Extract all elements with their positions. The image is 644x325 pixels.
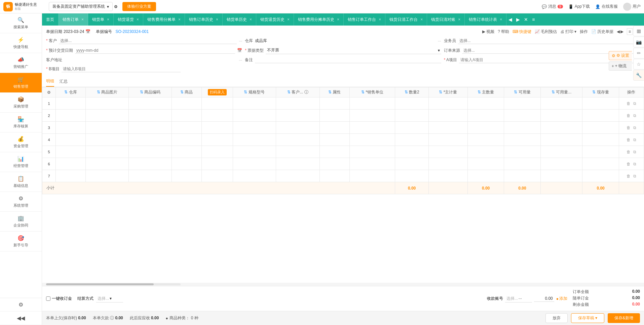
- user-btn[interactable]: 用户: [623, 3, 641, 11]
- scrollbar-track[interactable]: [46, 283, 181, 285]
- tab-prev-btn[interactable]: ◀: [506, 13, 514, 26]
- next-record-btn[interactable]: ▶: [620, 29, 623, 34]
- list-view-btn[interactable]: ≡: [627, 28, 633, 35]
- copy-icon[interactable]: ⧉: [633, 125, 636, 130]
- system-selector[interactable]: 装备及固定资产辅助管理系统 ▾: [49, 2, 113, 11]
- th-settings[interactable]: ⚙: [42, 87, 56, 97]
- tab-sales-order[interactable]: 销售订单 ×: [59, 13, 88, 26]
- warehouse-more-icon[interactable]: ···: [438, 39, 441, 43]
- row-qty2-1[interactable]: [395, 97, 429, 110]
- row-warehouse-1[interactable]: [56, 97, 86, 110]
- th-main-unit[interactable]: ⇅ *主计量: [428, 87, 467, 97]
- tab-menu-btn[interactable]: ≡: [530, 13, 537, 26]
- tab-home[interactable]: 首页: [42, 13, 59, 26]
- sidebar-item-marketing[interactable]: 📣 营销推广: [0, 53, 42, 73]
- one-click-deposit-checkbox[interactable]: [46, 296, 50, 301]
- row-attr-1[interactable]: [319, 97, 349, 110]
- tab-close-icon[interactable]: ×: [337, 17, 339, 22]
- history-btn[interactable]: 📄 历史单据: [591, 29, 613, 35]
- tab-close-icon[interactable]: ×: [107, 17, 109, 22]
- b-project-input[interactable]: [62, 66, 181, 72]
- th-available2[interactable]: ⇅ 可用量...: [540, 87, 582, 97]
- prev-record-btn[interactable]: ◀: [617, 29, 620, 34]
- delete-icon[interactable]: 🗑: [627, 162, 631, 166]
- row-spec-1[interactable]: [233, 97, 276, 110]
- sidebar-item-sales[interactable]: 🛒 销售管理: [0, 73, 42, 93]
- sidebar-item-operations[interactable]: 📊 经营管理: [0, 152, 42, 172]
- app-download-btn[interactable]: 📱 App下载: [568, 4, 590, 9]
- sidebar-item-quick-nav[interactable]: ⚡ 快捷导航: [0, 33, 42, 53]
- th-sales-unit[interactable]: ⇅ *销售单位: [349, 87, 395, 97]
- add-payment-btn[interactable]: ● 添加: [556, 296, 567, 301]
- copy-icon[interactable]: ⧉: [633, 174, 636, 178]
- sidebar-collapse-btn[interactable]: ◀◀: [0, 312, 42, 325]
- customer-more-icon[interactable]: ···: [239, 39, 242, 43]
- copy-icon[interactable]: ⧉: [633, 137, 636, 142]
- row-unit-1[interactable]: [349, 97, 395, 110]
- payment-method-select[interactable]: 选择... ▾: [96, 295, 123, 302]
- th-attributes[interactable]: ⇅ 属性: [319, 87, 349, 97]
- invoice-select[interactable]: 不开票 ▾: [266, 47, 441, 54]
- save-new-btn[interactable]: 保存&新增: [608, 313, 640, 323]
- sidebar-settings-btn[interactable]: ⚙: [0, 298, 42, 312]
- th-stock[interactable]: ⇅ 现存量: [582, 87, 619, 97]
- calendar2-icon[interactable]: 📅: [237, 48, 242, 53]
- payment-amount[interactable]: 0.00: [534, 295, 554, 302]
- tab-summary[interactable]: 汇总: [60, 77, 68, 86]
- th-product-name[interactable]: ⇅ 商品: [172, 87, 201, 97]
- tab-daily-clear[interactable]: 钱货日清工作台 ×: [385, 13, 427, 26]
- th-main-qty[interactable]: ⇅ 主数量: [467, 87, 504, 97]
- delete-icon[interactable]: 🗑: [627, 150, 631, 154]
- tab-order-workbench[interactable]: 销售订单工作台 ×: [344, 13, 385, 26]
- industry-btn[interactable]: 体验行业方案: [122, 2, 156, 11]
- delete-icon[interactable]: 🗑: [627, 174, 631, 178]
- delete-icon[interactable]: 🗑: [627, 101, 631, 106]
- delivery-input[interactable]: [75, 47, 235, 54]
- save-draft-btn[interactable]: 保存草稿 ▾: [571, 313, 604, 323]
- account-select[interactable]: 选择... ···: [505, 295, 532, 302]
- tab-order-history[interactable]: 销售订单历史 ×: [185, 13, 223, 26]
- tab-expense-history[interactable]: 销售费用分摊单历史 ×: [294, 13, 344, 26]
- profit-btn[interactable]: 📈 毛利预估: [535, 29, 557, 35]
- sidebar-item-guide[interactable]: 🎯 新手引导: [0, 232, 42, 251]
- print-btn[interactable]: 🖨 打印 ▾: [560, 29, 576, 35]
- th-qty2[interactable]: ⇅ 数量2: [395, 87, 429, 97]
- right-btn-grid[interactable]: ▦: [633, 26, 644, 36]
- discard-btn[interactable]: 放弃: [545, 313, 568, 323]
- tab-close-icon[interactable]: ×: [458, 17, 460, 22]
- tab-close-icon[interactable]: ×: [287, 17, 290, 22]
- row-main-qty-1[interactable]: [467, 97, 504, 110]
- tab-close-all-btn[interactable]: ✕: [522, 13, 530, 26]
- delete-icon[interactable]: 🗑: [627, 137, 631, 142]
- tab-close-icon[interactable]: ×: [178, 17, 181, 22]
- sidebar-item-finance[interactable]: 💰 资金管理: [0, 132, 42, 152]
- right-btn-star[interactable]: ☆: [633, 59, 644, 70]
- sidebar-item-basic-info[interactable]: 📋 基础信息: [0, 172, 42, 192]
- copy-icon[interactable]: ⧉: [633, 101, 636, 106]
- th-warehouse[interactable]: ⇅ 仓库: [56, 87, 86, 97]
- copy-icon[interactable]: ⧉: [633, 113, 636, 118]
- tab-close-icon[interactable]: ×: [137, 17, 139, 22]
- delete-icon[interactable]: 🗑: [627, 125, 631, 130]
- logistics-btn[interactable]: + + 物流: [609, 62, 632, 71]
- message-btn[interactable]: 💬 消息 9: [542, 4, 563, 9]
- th-customer-attr[interactable]: ⇅ 客户... ⓘ: [276, 87, 319, 97]
- th-scan[interactable]: 扫码录入: [201, 87, 233, 97]
- staff-input[interactable]: [458, 38, 635, 44]
- right-btn-camera[interactable]: 📷: [633, 37, 644, 47]
- sidebar-item-enterprise[interactable]: 🏢 企业协同: [0, 212, 42, 232]
- tab-close-icon[interactable]: ×: [81, 17, 84, 22]
- tab-invoice-history[interactable]: 销货单历史 ×: [223, 13, 256, 26]
- help-btn[interactable]: ? 帮助: [498, 29, 509, 35]
- sidebar-item-search[interactable]: 🔍 搜索菜单: [0, 13, 42, 33]
- online-service-btn[interactable]: 👤 在线客服: [595, 4, 618, 9]
- sidebar-item-purchase[interactable]: 📦 采购管理: [0, 93, 42, 113]
- right-btn-tool[interactable]: 🔧: [633, 70, 644, 81]
- operation-btn[interactable]: 操作: [580, 29, 588, 35]
- sidebar-item-system[interactable]: ⚙ 系统管理: [0, 192, 42, 212]
- shortcut-btn[interactable]: ⌨ 快捷键: [513, 29, 531, 35]
- copy-icon[interactable]: ⧉: [633, 150, 636, 154]
- tab-close-icon[interactable]: ×: [250, 17, 252, 22]
- tab-return-history[interactable]: 销货退货历史 ×: [256, 13, 294, 26]
- tab-detail[interactable]: 明细: [46, 77, 54, 87]
